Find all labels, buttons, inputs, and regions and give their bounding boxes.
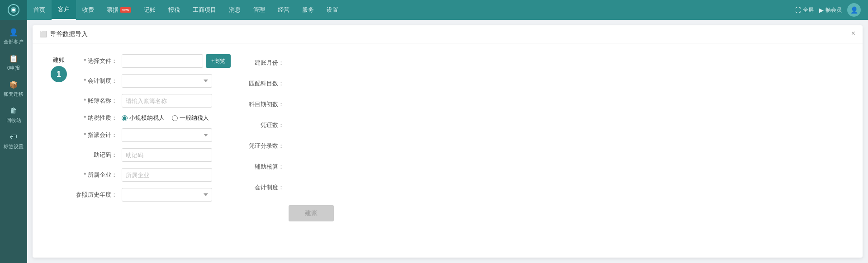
voucher-count-value (289, 118, 348, 132)
tax-general[interactable]: 一般纳税人 (172, 114, 209, 122)
recycle-icon: 🗑 (9, 106, 19, 116)
tag-settings-icon: 🏷 (9, 132, 19, 142)
form-grid: * 选择文件： +浏览 * 会计制度： * 账簿名称： * 纳税性质： (76, 54, 231, 202)
dialog-title: 导爷数据导入 (50, 30, 88, 38)
nav-logo (0, 0, 27, 20)
nav-items: 首页 客户 收费 票据 new 记账 报税 工商项目 消息 管理 经营 服务 设… (27, 0, 795, 20)
company-label: * 所属企业： (76, 171, 117, 179)
select-file-input[interactable] (122, 54, 203, 68)
info-accounting-system-value (289, 181, 348, 194)
accounting-system-select[interactable] (122, 74, 212, 88)
info-accounting-system-label: 会计制度： (249, 183, 284, 192)
build-account-button[interactable]: 建账 (289, 205, 334, 221)
dialog-header: ⬜ 导爷数据导入 (33, 25, 863, 43)
voucher-count-label: 凭证数： (249, 121, 284, 129)
voucher-entries-label: 凭证分录数： (249, 142, 284, 150)
info-panel: 建账月份： 匹配科目数： 科目期初数： 凭证数： 凭证分录数： 辅助核算： 会计… (249, 54, 348, 221)
nav-message[interactable]: 消息 (223, 0, 247, 20)
build-month-label: 建账月份： (249, 59, 284, 67)
ledger-name-label: * 账簿名称： (76, 97, 117, 105)
vip-button[interactable]: ▶ 畅会员 (819, 6, 842, 14)
sidebar-item-zero-report[interactable]: 📋 0申报 (1, 50, 26, 74)
dialog: ⬜ 导爷数据导入 × 建账 1 * 选择文件： +浏览 (33, 25, 863, 258)
subject-init-label: 科目期初数： (249, 100, 284, 108)
nav-business[interactable]: 工商项目 (186, 0, 223, 20)
main-content: ⬜ 导爷数据导入 × 建账 1 * 选择文件： +浏览 (27, 20, 868, 263)
svg-point-1 (12, 9, 15, 11)
nav-operation[interactable]: 经营 (271, 0, 296, 20)
sidebar-item-account-migration[interactable]: 📦 账套迁移 (1, 76, 26, 100)
reference-year-label: 参照历史年度： (76, 191, 117, 199)
account-migration-icon: 📦 (9, 80, 19, 89)
nav-bookkeeping[interactable]: 记账 (138, 0, 162, 20)
browse-button[interactable]: +浏览 (206, 54, 231, 68)
company-input[interactable] (122, 168, 212, 182)
all-customers-icon: 👤 (9, 27, 19, 37)
assign-accountant-label: * 指派会计： (76, 131, 117, 139)
step-circle: 1 (51, 66, 67, 82)
build-button-container: 建账 (289, 202, 348, 221)
build-month-value (289, 56, 348, 70)
tax-small-scale[interactable]: 小规模纳税人 (122, 114, 165, 122)
step-label: 建账 1 (51, 54, 67, 82)
sidebar-item-all-customers[interactable]: 👤 全部客户 (1, 23, 26, 48)
match-subjects-value (289, 77, 348, 90)
dialog-body: 建账 1 * 选择文件： +浏览 * 会计制度： (33, 43, 863, 232)
ledger-name-input[interactable] (122, 94, 212, 108)
match-subjects-label: 匹配科目数： (249, 80, 284, 88)
nav-customer[interactable]: 客户 (52, 0, 76, 20)
tax-nature-radio-group: 小规模纳税人 一般纳税人 (122, 114, 231, 122)
tax-general-label: 一般纳税人 (180, 114, 209, 122)
fullscreen-button[interactable]: ⛶ 全屏 (795, 6, 814, 14)
tax-general-radio[interactable] (172, 115, 178, 121)
aux-accounting-value (289, 160, 348, 174)
subject-init-value (289, 98, 348, 111)
sidebar-item-tag-settings[interactable]: 🏷 标签设置 (1, 128, 26, 153)
nav-home[interactable]: 首页 (27, 0, 52, 20)
memo-code-input[interactable] (122, 148, 212, 162)
accounting-system-label: * 会计制度： (76, 77, 117, 85)
nav-service[interactable]: 服务 (296, 0, 320, 20)
select-file-label: * 选择文件： (76, 57, 117, 65)
nav-fee[interactable]: 收费 (76, 0, 100, 20)
tax-small-scale-radio[interactable] (122, 115, 128, 121)
form-step: 建账 1 * 选择文件： +浏览 * 会计制度： (51, 54, 231, 221)
vip-icon: ▶ (819, 7, 824, 14)
aux-accounting-label: 辅助核算： (249, 163, 284, 171)
close-button[interactable]: × (851, 30, 855, 37)
step-text: 建账 (53, 56, 65, 64)
new-badge: new (120, 7, 131, 13)
sidebar-item-recycle[interactable]: 🗑 回收站 (1, 102, 26, 127)
nav-manage[interactable]: 管理 (247, 0, 271, 20)
nav-settings[interactable]: 设置 (320, 0, 345, 20)
tax-nature-label: * 纳税性质： (76, 114, 117, 122)
zero-report-icon: 📋 (9, 53, 19, 63)
avatar[interactable]: 👤 (847, 3, 861, 17)
reference-year-select[interactable] (122, 188, 212, 202)
top-nav: 首页 客户 收费 票据 new 记账 报税 工商项目 消息 管理 经营 服务 设… (0, 0, 868, 20)
assign-accountant-select[interactable] (122, 128, 212, 142)
header-icon: ⬜ (40, 31, 47, 38)
nav-tax[interactable]: 报税 (162, 0, 186, 20)
select-file-row: +浏览 (122, 54, 231, 68)
fullscreen-icon: ⛶ (795, 7, 801, 14)
nav-invoice[interactable]: 票据 new (100, 0, 138, 20)
sidebar: 👤 全部客户 📋 0申报 📦 账套迁移 🗑 回收站 🏷 标签设置 (0, 20, 27, 263)
nav-right: ⛶ 全屏 ▶ 畅会员 👤 (795, 3, 868, 17)
voucher-entries-value (289, 139, 348, 153)
memo-code-label: 助记码： (76, 151, 117, 159)
tax-small-scale-label: 小规模纳税人 (129, 114, 165, 122)
